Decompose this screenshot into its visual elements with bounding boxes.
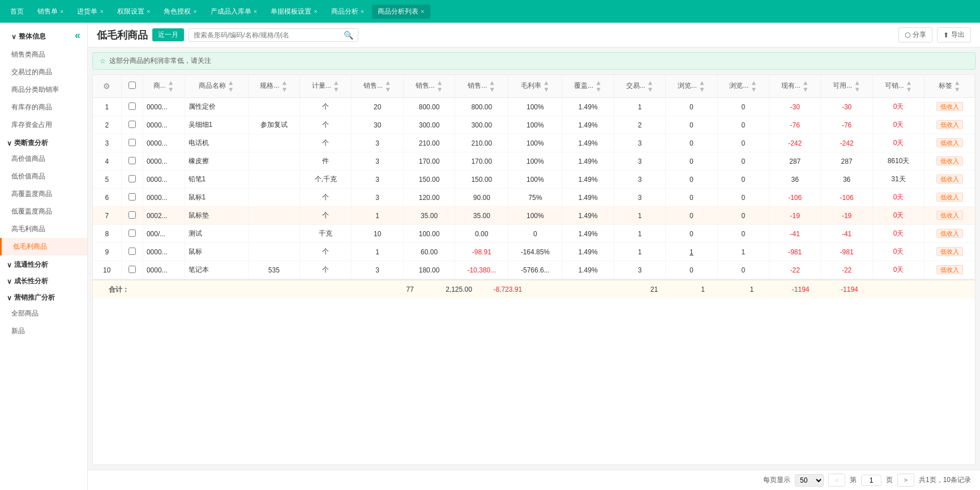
sidebar-collapse-btn[interactable]: « (72, 29, 83, 41)
nav-permission-settings[interactable]: 权限设置 × (112, 5, 156, 19)
col-coverage[interactable]: 覆盖...▲▼ (562, 75, 614, 98)
row-name[interactable]: 鼠标1 (185, 189, 248, 207)
select-all-checkbox[interactable] (129, 82, 136, 89)
col-sellable-days[interactable]: 可销...▲▼ (872, 75, 924, 98)
col-unit[interactable]: 计量...▲▼ (300, 75, 352, 98)
row-check-5[interactable] (129, 193, 136, 201)
col-sales-profit[interactable]: 销售...▲▼ (455, 75, 508, 98)
nav-product-instock[interactable]: 产成品入库单 × (205, 5, 263, 19)
row-coverage: 1.49% (562, 152, 614, 171)
total-records: 共1页，10条记录 (919, 475, 971, 485)
tag-badge: 低收入 (936, 174, 963, 184)
sidebar-item-capital-usage[interactable]: 库存资金占用 (0, 116, 87, 134)
sidebar-group-growth[interactable]: ∨ 成长性分析 (0, 272, 87, 288)
row-stock-available: -41 (821, 225, 872, 243)
row-views1[interactable]: 1 (666, 243, 717, 261)
row-check-3[interactable] (129, 157, 136, 164)
nav-close-permission[interactable]: × (147, 8, 150, 15)
filter-recent-month-btn[interactable]: 近一月 (152, 28, 184, 41)
search-icon[interactable]: 🔍 (344, 31, 353, 40)
row-name[interactable]: 属性定价 (185, 98, 248, 116)
row-check-8[interactable] (129, 248, 136, 255)
sidebar-group-liquidity[interactable]: ∨ 流通性分析 (0, 255, 87, 272)
row-views2: 0 (717, 134, 769, 152)
row-check-2[interactable] (129, 139, 136, 146)
sidebar-item-low-coverage[interactable]: 低覆盖度商品 (0, 203, 87, 220)
col-name[interactable]: 商品名称▲▼ (185, 75, 248, 98)
col-views1[interactable]: 浏览...▲▼ (666, 75, 717, 98)
tag-badge: 低收入 (936, 120, 963, 129)
export-btn[interactable]: ⬆ 导出 (937, 27, 971, 42)
col-stock-available[interactable]: 可用...▲▼ (821, 75, 872, 98)
nav-close-product[interactable]: × (254, 8, 257, 15)
row-check-4[interactable] (129, 175, 136, 182)
row-name[interactable]: 橡皮擦 (185, 152, 248, 171)
row-name[interactable]: 测试 (185, 225, 248, 243)
nav-sales-order[interactable]: 销售单 × (32, 5, 69, 19)
nav-close-template[interactable]: × (314, 8, 317, 15)
sidebar-item-all-products[interactable]: 全部商品 (0, 305, 87, 322)
sidebar-item-stocked-products[interactable]: 有库存的商品 (0, 99, 87, 116)
nav-close-analysis[interactable]: × (361, 8, 364, 15)
sidebar-item-low-value[interactable]: 低价值商品 (0, 168, 87, 185)
row-sales-amount: 35.00 (403, 207, 455, 225)
col-stock-current[interactable]: 现有...▲▼ (769, 75, 821, 98)
col-margin-rate[interactable]: 毛利率▲▼ (508, 75, 562, 98)
row-stock-available: -981 (821, 243, 872, 261)
sidebar-item-low-margin[interactable]: 低毛利商品 (0, 238, 87, 255)
nav-home[interactable]: 首页 (5, 5, 29, 19)
nav-close-role[interactable]: × (193, 8, 196, 15)
row-spec (248, 225, 299, 243)
row-name[interactable]: 鼠标 (185, 243, 248, 261)
page-input[interactable] (861, 475, 881, 486)
col-sales-qty[interactable]: 销售...▲▼ (352, 75, 403, 98)
sidebar-item-high-margin[interactable]: 高毛利商品 (0, 220, 87, 238)
row-name[interactable]: 电话机 (185, 134, 248, 152)
share-btn[interactable]: ⬡ 分享 (898, 27, 932, 42)
prev-page-btn[interactable]: ＜ (828, 474, 845, 487)
table-row: 8 000/... 测试 千克 10 100.00 0.00 0 1.49% 1… (93, 225, 975, 243)
row-stock-available: 36 (821, 171, 872, 189)
nav-product-analysis-list[interactable]: 商品分析列表 × (372, 5, 430, 19)
col-code[interactable]: 商...▲▼ (143, 75, 185, 98)
search-input[interactable] (194, 31, 344, 39)
row-name[interactable]: 笔记本 (185, 261, 248, 279)
sidebar-item-high-value[interactable]: 高价值商品 (0, 150, 87, 168)
sidebar-item-high-coverage[interactable]: 高覆盖度商品 (0, 185, 87, 203)
next-page-btn[interactable]: ＞ (897, 474, 914, 487)
row-check-0[interactable] (129, 103, 136, 110)
col-tag[interactable]: 标签▲▼ (925, 75, 975, 98)
sidebar-item-category-sales-rate[interactable]: 商品分类助销率 (0, 81, 87, 99)
col-transactions[interactable]: 交易...▲▼ (614, 75, 665, 98)
settings-icon[interactable]: ⚙ (103, 82, 110, 91)
page-size-select[interactable]: 50 100 200 (795, 474, 824, 487)
row-stock-current: -106 (769, 189, 821, 207)
nav-close-analysis-list[interactable]: × (421, 8, 424, 15)
row-name[interactable]: 鼠标垫 (185, 207, 248, 225)
nav-role-auth[interactable]: 角色授权 × (158, 5, 202, 19)
row-check-1[interactable] (129, 121, 136, 128)
nav-product-analysis[interactable]: 商品分析 × (326, 5, 370, 19)
row-check-7[interactable] (129, 229, 136, 237)
sidebar-item-sales-products[interactable]: 销售类商品 (0, 46, 87, 63)
col-sales-amount[interactable]: 销售...▲▼ (403, 75, 455, 98)
sidebar-item-traded-products[interactable]: 交易过的商品 (0, 63, 87, 81)
row-check-9[interactable] (129, 266, 136, 273)
row-views1: 0 (666, 152, 717, 171)
nav-close-purchase[interactable]: × (100, 8, 103, 15)
col-settings[interactable]: ⚙ (93, 75, 121, 98)
nav-template-settings[interactable]: 单据模板设置 × (265, 5, 323, 19)
row-no: 1 (93, 98, 121, 116)
row-unit: 个,千克 (300, 171, 352, 189)
row-name[interactable]: 铅笔1 (185, 171, 248, 189)
footer-views2: 1 (727, 284, 776, 295)
col-views2[interactable]: 浏览...▲▼ (717, 75, 769, 98)
sidebar-item-new-products[interactable]: 新品 (0, 322, 87, 340)
sidebar-group-segment: ∨ 类断查分析 (0, 134, 87, 150)
row-unit: 个 (300, 261, 352, 279)
nav-purchase-order[interactable]: 进货单 × (71, 5, 109, 19)
col-spec[interactable]: 规格...▲▼ (248, 75, 299, 98)
row-check-6[interactable] (129, 211, 136, 219)
nav-close-sales[interactable]: × (60, 8, 63, 15)
row-name[interactable]: 吴细细1 (185, 116, 248, 134)
